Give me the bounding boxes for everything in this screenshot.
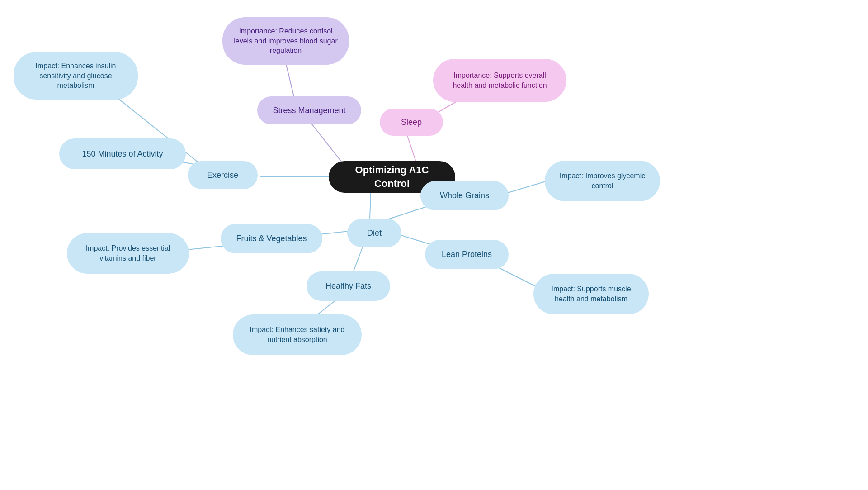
healthy-fats-node: Healthy Fats bbox=[307, 271, 390, 301]
glycemic-impact-node: Impact: Improves glycemic control bbox=[545, 161, 660, 201]
activity-node: 150 Minutes of Activity bbox=[59, 138, 186, 169]
stress-node: Stress Management bbox=[257, 96, 361, 124]
lean-proteins-node: Lean Proteins bbox=[425, 240, 509, 269]
insulin-impact-node: Impact: Enhances insulin sensitivity and… bbox=[14, 52, 138, 100]
whole-grains-node: Whole Grains bbox=[420, 181, 509, 210]
svg-line-7 bbox=[370, 193, 371, 219]
satiety-impact-node: Impact: Enhances satiety and nutrient ab… bbox=[233, 314, 362, 355]
svg-line-3 bbox=[307, 119, 341, 162]
stress-importance-node: Importance: Reduces cortisol levels and … bbox=[222, 17, 349, 65]
fruits-veg-node: Fruits & Vegetables bbox=[221, 224, 322, 253]
diet-node: Diet bbox=[347, 219, 401, 247]
vitamins-impact-node: Impact: Provides essential vitamins and … bbox=[67, 233, 189, 274]
svg-line-12 bbox=[502, 181, 547, 195]
sleep-importance-node: Importance: Supports overall health and … bbox=[433, 59, 566, 102]
sleep-node: Sleep bbox=[380, 109, 443, 136]
exercise-node: Exercise bbox=[188, 161, 258, 189]
muscle-impact-node: Impact: Supports muscle health and metab… bbox=[533, 274, 649, 314]
